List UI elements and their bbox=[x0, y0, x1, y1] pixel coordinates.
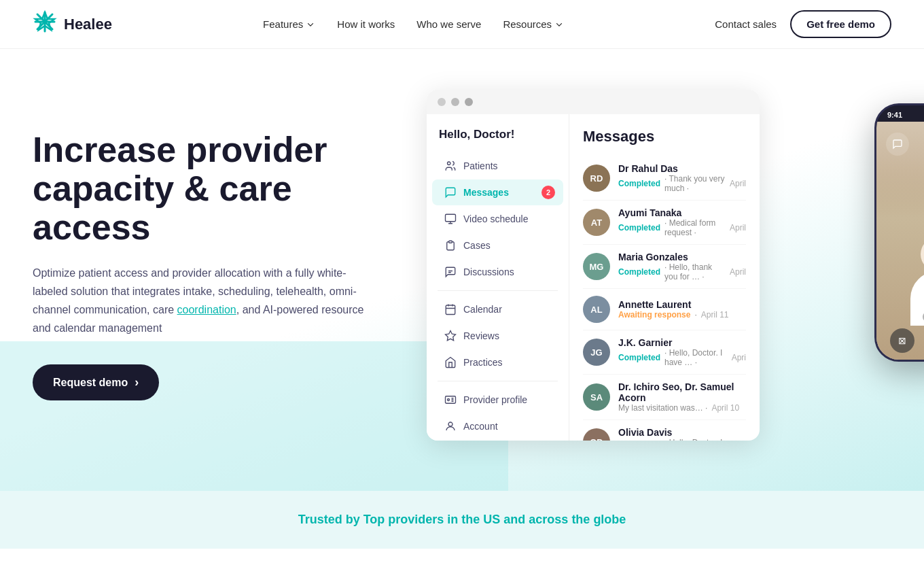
msg-name-1: Dr Rahul Das bbox=[618, 163, 746, 174]
hero-section: Increase provider capacity & care access… bbox=[0, 49, 924, 491]
titlebar-dot-1 bbox=[438, 98, 446, 106]
id-card-icon bbox=[444, 394, 457, 406]
msg-status-2: Completed bbox=[618, 223, 660, 233]
avatar-olivia: OD bbox=[583, 428, 610, 441]
calendar-icon bbox=[444, 303, 457, 315]
message-item-6[interactable]: SA Dr. Ichiro Seo, Dr. Samuel Acorn My l… bbox=[583, 375, 746, 420]
app-sidebar: Hello, Doctor! Patients Messages 2 bbox=[427, 114, 569, 441]
avatar-maria: MG bbox=[583, 253, 610, 280]
doctor-figure bbox=[910, 237, 925, 319]
sidebar-item-provider-profile[interactable]: Provider profile bbox=[432, 387, 563, 413]
app-body: Hello, Doctor! Patients Messages 2 bbox=[427, 114, 760, 441]
request-demo-button[interactable]: Request demo › bbox=[33, 364, 159, 400]
phone-video-off-btn[interactable]: ⊠ bbox=[890, 328, 914, 353]
monitor-icon bbox=[444, 213, 457, 225]
msg-status-row-1: Completed · Thank you very much · April bbox=[618, 174, 746, 193]
msg-name-3: Maria Gonzales bbox=[618, 252, 746, 262]
sidebar-greeting: Hello, Doctor! bbox=[427, 128, 569, 152]
msg-date-1: April bbox=[730, 179, 746, 188]
titlebar-dot-2 bbox=[451, 98, 459, 106]
sidebar-item-patients[interactable]: Patients bbox=[432, 153, 563, 179]
nav-actions: Contact sales Get free demo bbox=[715, 10, 891, 38]
msg-status-row-5: Completed · Hello, Doctor. I have … · Ap… bbox=[618, 348, 746, 367]
sidebar-item-video-schedule[interactable]: Video schedule bbox=[432, 206, 563, 232]
contact-sales-link[interactable]: Contact sales bbox=[715, 18, 777, 30]
sidebar-item-account[interactable]: Account bbox=[432, 413, 563, 439]
msg-preview-4: · bbox=[694, 310, 696, 320]
logo-text: Healee bbox=[64, 16, 112, 33]
discussions-icon bbox=[444, 266, 457, 278]
sidebar-label-practices: Practices bbox=[463, 357, 503, 368]
sidebar-item-discussions[interactable]: Discussions bbox=[432, 259, 563, 285]
svg-rect-6 bbox=[446, 214, 456, 222]
chevron-down-icon-2 bbox=[554, 20, 564, 29]
sidebar-item-calendar[interactable]: Calendar bbox=[432, 296, 563, 322]
msg-name-7: Olivia Davis bbox=[618, 427, 746, 438]
msg-preview-7: · Hello, Doctor. I have … · bbox=[664, 438, 728, 441]
phone-mockup: 9:41 ●●● bbox=[874, 103, 924, 362]
message-item-3[interactable]: MG Maria Gonzales Completed · Hello, tha… bbox=[583, 245, 746, 289]
titlebar-dot-3 bbox=[465, 98, 473, 106]
practices-icon bbox=[444, 356, 457, 368]
msg-status-3: Completed bbox=[618, 267, 660, 277]
msg-preview-3: · Hello, thank you for … · bbox=[664, 262, 726, 281]
trusted-text: Trusted by Top providers in the US and a… bbox=[33, 513, 891, 527]
nav-how-it-works[interactable]: How it works bbox=[337, 18, 395, 30]
message-item-1[interactable]: RD Dr Rahul Das Completed · Thank you ve… bbox=[583, 156, 746, 201]
user-group-icon bbox=[444, 160, 457, 172]
phone-time: 9:41 bbox=[887, 111, 902, 119]
svg-rect-7 bbox=[449, 241, 452, 243]
get-free-demo-button[interactable]: Get free demo bbox=[790, 10, 891, 38]
message-item-2[interactable]: AT Ayumi Tanaka Completed · Medical form… bbox=[583, 201, 746, 245]
sidebar-divider bbox=[438, 290, 558, 291]
msg-status-row-3: Completed · Hello, thank you for … · Apr… bbox=[618, 262, 746, 281]
msg-name-6: Dr. Ichiro Seo, Dr. Samuel Acorn bbox=[618, 381, 746, 403]
msg-name-5: J.K. Garnier bbox=[618, 337, 746, 348]
nav-features[interactable]: Features bbox=[263, 18, 315, 30]
arrow-icon: › bbox=[135, 375, 139, 390]
phone-chat-btn[interactable] bbox=[886, 133, 909, 156]
message-item-4[interactable]: AL Annette Laurent Awaiting response · A… bbox=[583, 289, 746, 330]
message-item-7[interactable]: OD Olivia Davis Completed · Hello, Docto… bbox=[583, 420, 746, 441]
sidebar-label-messages: Messages bbox=[463, 187, 509, 198]
msg-name-2: Ayumi Tanaka bbox=[618, 207, 746, 218]
avatar-annette: AL bbox=[583, 296, 610, 323]
avatar-rahul: RD bbox=[583, 165, 610, 192]
msg-status-1: Completed bbox=[618, 179, 660, 188]
sidebar-item-practices[interactable]: Practices bbox=[432, 349, 563, 375]
sidebar-item-reviews[interactable]: Reviews bbox=[432, 323, 563, 349]
msg-info-5: J.K. Garnier Completed · Hello, Doctor. … bbox=[618, 337, 746, 367]
svg-marker-9 bbox=[446, 331, 456, 341]
nav-who-we-serve[interactable]: Who we serve bbox=[416, 18, 481, 30]
svg-rect-10 bbox=[446, 396, 456, 404]
msg-status-row-4: Awaiting response · April 11 bbox=[618, 310, 746, 320]
sidebar-label-account: Account bbox=[463, 421, 498, 432]
phone-screen: 9:41 ●●● bbox=[876, 105, 924, 360]
clipboard-icon bbox=[444, 239, 457, 252]
msg-status-row-7: Completed · Hello, Doctor. I have … · Ap… bbox=[618, 438, 746, 441]
logo[interactable]: Healee bbox=[33, 10, 112, 39]
sidebar-label-video: Video schedule bbox=[463, 213, 528, 224]
sidebar-divider-2 bbox=[438, 381, 558, 381]
msg-info-7: Olivia Davis Completed · Hello, Doctor. … bbox=[618, 427, 746, 441]
msg-date-6: April 10 bbox=[711, 403, 739, 413]
sidebar-label-cases: Cases bbox=[463, 240, 491, 251]
avatar-seo: SA bbox=[583, 383, 610, 411]
message-item-5[interactable]: JG J.K. Garnier Completed · Hello, Docto… bbox=[583, 330, 746, 375]
sidebar-label-discussions: Discussions bbox=[463, 267, 514, 277]
nav-resources[interactable]: Resources bbox=[503, 18, 564, 30]
messages-badge: 2 bbox=[541, 186, 555, 199]
msg-date-4: April 11 bbox=[701, 310, 729, 320]
phone-video-content: ⊠ 🎤 ⊡ 30:45 bbox=[876, 122, 924, 360]
msg-status-4: Awaiting response bbox=[618, 310, 690, 320]
user-icon bbox=[444, 420, 457, 432]
trusted-bar: Trusted by Top providers in the US and a… bbox=[0, 491, 924, 549]
msg-name-4: Annette Laurent bbox=[618, 299, 746, 310]
svg-point-5 bbox=[448, 162, 451, 165]
sidebar-item-cases[interactable]: Cases bbox=[432, 233, 563, 258]
msg-info-4: Annette Laurent Awaiting response · Apri… bbox=[618, 299, 746, 320]
sidebar-item-messages[interactable]: Messages 2 bbox=[432, 179, 563, 205]
hero-text: Increase provider capacity & care access… bbox=[33, 103, 413, 400]
coordination-link[interactable]: coordination bbox=[177, 304, 236, 315]
sidebar-label-reviews: Reviews bbox=[463, 330, 499, 341]
